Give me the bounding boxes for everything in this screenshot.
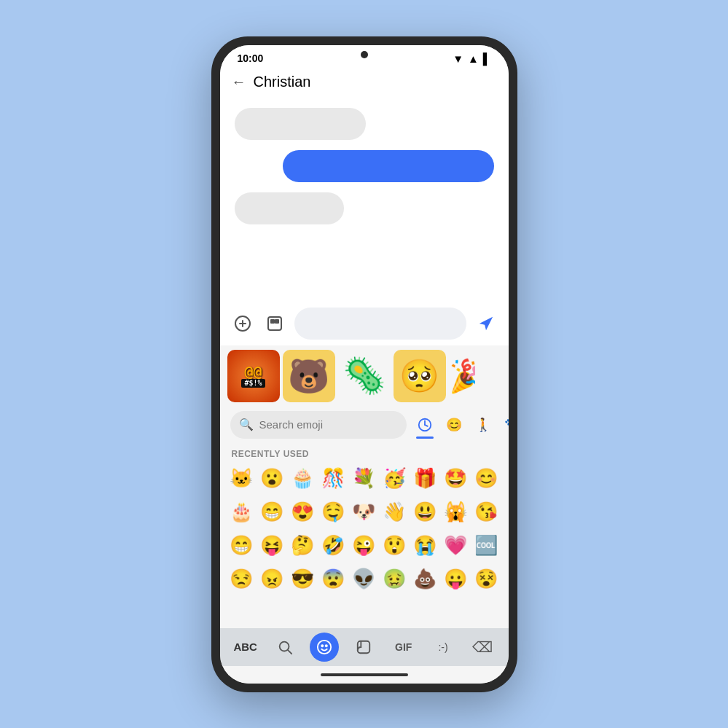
search-key[interactable] <box>267 633 303 662</box>
emoji-sick[interactable]: 🤢 <box>380 565 408 593</box>
emoji-grid-row1: 🐱 😮 🧁 🎊 💐 🥳 🎁 🤩 😊 <box>220 462 509 496</box>
sticker-sad[interactable]: 🥺 <box>394 350 446 402</box>
message-bubble-received-2 <box>235 192 344 224</box>
message-bubble-received-1 <box>235 108 366 140</box>
emoji-gasp[interactable]: 😮 <box>258 465 286 493</box>
sticker-partial[interactable]: 🎉 <box>449 350 475 402</box>
emoji-cupcake[interactable]: 🧁 <box>289 465 316 493</box>
emoji-tongue2[interactable]: 😛 <box>442 565 469 593</box>
emoji-think[interactable]: 🤔 <box>289 532 316 560</box>
input-bar <box>220 302 509 345</box>
svg-point-12 <box>321 645 323 646</box>
back-button[interactable]: ← <box>232 74 246 90</box>
emoji-dizzy[interactable]: 😵 <box>472 565 500 593</box>
emoji-search-wrap: 🔍 <box>230 411 407 439</box>
abc-key[interactable]: ABC <box>227 633 264 662</box>
emoji-smile[interactable]: 😊 <box>472 465 500 493</box>
svg-point-13 <box>326 645 327 646</box>
status-icons: ▼ ▲ ▌ <box>453 52 490 65</box>
chat-header: ← Christian <box>220 68 509 99</box>
emoji-flowers[interactable]: 💐 <box>350 465 377 493</box>
svg-rect-3 <box>268 317 281 330</box>
home-indicator <box>220 666 509 684</box>
battery-icon: ▌ <box>483 52 491 65</box>
message-bubble-sent <box>283 150 494 182</box>
sticker-blob[interactable]: 🐻 <box>283 350 335 402</box>
emoji-alien[interactable]: 👽 <box>350 565 377 593</box>
emoji-heart[interactable]: 💗 <box>442 532 469 560</box>
emoji-category-tabs: 😊 🚶 🐾 🍴 🏛 <box>412 412 509 437</box>
gif-key[interactable]: GIF <box>385 633 422 662</box>
sticker-key[interactable] <box>345 633 382 662</box>
media-button[interactable] <box>262 311 287 336</box>
phone-frame: 10:00 ▼ ▲ ▌ ← Christian <box>211 36 517 692</box>
emoji-fearful[interactable]: 😨 <box>319 565 347 593</box>
svg-line-8 <box>425 425 428 426</box>
send-button[interactable] <box>474 311 498 336</box>
emoji-astonished[interactable]: 😲 <box>380 532 408 560</box>
emoji-wave[interactable]: 👋 <box>380 498 408 526</box>
backspace-key[interactable]: ⌫ <box>464 633 501 662</box>
svg-point-11 <box>318 640 331 653</box>
emoji-angry[interactable]: 😠 <box>258 565 286 593</box>
section-label: RECENTLY USED <box>220 443 509 462</box>
emoji-key[interactable] <box>306 633 343 662</box>
emoji-search-input[interactable] <box>259 418 398 431</box>
emoji-confetti[interactable]: 🎊 <box>319 465 347 493</box>
emoji-poop[interactable]: 💩 <box>411 565 439 593</box>
emoji-party[interactable]: 🥳 <box>380 465 408 493</box>
emoji-dog[interactable]: 🐶 <box>350 498 377 526</box>
emoji-grin[interactable]: 😁 <box>258 498 286 526</box>
emoji-shocked-cat[interactable]: 🙀 <box>442 498 469 526</box>
chat-messages <box>220 99 509 302</box>
plus-button[interactable] <box>230 311 255 336</box>
emoticon-key[interactable]: :-) <box>425 633 461 662</box>
emoji-cool[interactable]: 🆒 <box>472 532 500 560</box>
emoji-section: RECENTLY USED 🐱 😮 🧁 🎊 💐 🥳 🎁 🤩 😊 🎂 😁 😍 🤤 … <box>220 443 509 628</box>
emoji-starstruck[interactable]: 🤩 <box>442 465 469 493</box>
emoji-birthday[interactable]: 🎂 <box>227 498 255 526</box>
sticker-row: @@ #$!% 🐻 🦠 🥺 🎉 <box>220 345 509 407</box>
sticker-rage[interactable]: @@ #$!% <box>227 350 280 402</box>
emoji-kiss[interactable]: 😘 <box>472 498 500 526</box>
tab-animals[interactable]: 🐾 <box>500 412 509 437</box>
emoji-unamused[interactable]: 😒 <box>227 565 255 593</box>
emoji-cat[interactable]: 🐱 <box>227 465 255 493</box>
message-input[interactable] <box>294 308 466 340</box>
emoji-rofl[interactable]: 🤣 <box>319 532 347 560</box>
emoji-heart-eyes[interactable]: 😍 <box>289 498 316 526</box>
tab-smileys[interactable]: 😊 <box>442 412 466 437</box>
emoji-tongue[interactable]: 🤤 <box>319 498 347 526</box>
svg-line-10 <box>288 650 291 654</box>
emoji-search-bar: 🔍 😊 🚶 🐾 🍴 🏛 <box>220 407 509 443</box>
svg-rect-5 <box>275 320 278 323</box>
phone-screen: 10:00 ▼ ▲ ▌ ← Christian <box>220 45 509 684</box>
contact-name: Christian <box>254 74 311 90</box>
sticker-germ[interactable]: 🦠 <box>338 350 391 402</box>
emoji-cry[interactable]: 😭 <box>411 532 439 560</box>
status-time: 10:00 <box>238 52 264 64</box>
tab-people[interactable]: 🚶 <box>471 412 496 437</box>
svg-rect-4 <box>271 320 274 323</box>
emoji-squint[interactable]: 😝 <box>258 532 286 560</box>
emoji-wink[interactable]: 😜 <box>350 532 377 560</box>
signal-icon: ▲ <box>468 52 479 65</box>
emoji-grid-row4: 😒 😠 😎 😨 👽 🤢 💩 😛 😵 <box>220 563 509 596</box>
home-bar <box>321 673 408 676</box>
emoji-grid-row3: 😁 😝 🤔 🤣 😜 😲 😭 💗 🆒 <box>220 529 509 563</box>
wifi-icon: ▼ <box>453 52 463 65</box>
emoji-sunglasses[interactable]: 😎 <box>289 565 316 593</box>
emoji-happy[interactable]: 😃 <box>411 498 439 526</box>
camera-dot <box>361 51 368 58</box>
search-icon: 🔍 <box>239 418 254 431</box>
emoji-gift[interactable]: 🎁 <box>411 465 439 493</box>
keyboard-bottom-bar: ABC <box>220 628 509 666</box>
tab-recent[interactable] <box>412 412 437 437</box>
emoji-big-grin[interactable]: 😁 <box>227 532 255 560</box>
emoji-grid-row2: 🎂 😁 😍 🤤 🐶 👋 😃 🙀 😘 <box>220 496 509 529</box>
emoji-key-active-bg <box>310 633 339 662</box>
